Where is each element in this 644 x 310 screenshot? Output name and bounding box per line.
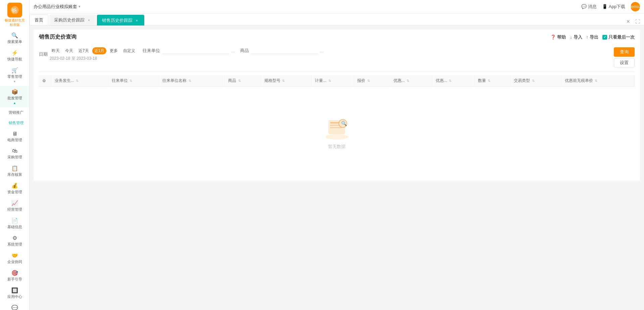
sort-icon: ⇅ (449, 79, 451, 83)
partner-dots-button[interactable]: ... (231, 48, 235, 53)
tab-purchase[interactable]: 采购历史价跟踪 × (49, 14, 96, 25)
col-settings-icon[interactable]: ⚙ (42, 79, 46, 83)
date-buttons: 昨天 今天 近7天 近1月 更多 自定义 (50, 47, 137, 54)
table-header-row: ⚙ 业务发生... ⇅ 往来单位 ⇅ 往来单位名称 (39, 75, 635, 87)
tab-home[interactable]: 首页 (30, 14, 48, 25)
date-btn-1month[interactable]: 近1月 (92, 47, 107, 54)
svg-point-2 (325, 134, 348, 140)
sidebar-item-finance[interactable]: 💰 资金管理 (0, 180, 29, 197)
table-wrapper: ⚙ 业务发生... ⇅ 往来单位 ⇅ 往来单位名称 (39, 75, 635, 176)
sidebar-item-retail[interactable]: 🛒 零售管理 ▼ (0, 64, 29, 86)
col-discount2[interactable]: 优惠... ⇅ (432, 75, 474, 87)
sort-icon: ⇅ (282, 79, 285, 83)
partner-label: 往来单位 (143, 48, 160, 54)
topbar-actions: 💬 消息 📱 App下载 demo2 (581, 2, 640, 11)
sort-icon: ⇅ (76, 79, 78, 83)
app-download-button[interactable]: 📱 App下载 (602, 4, 625, 10)
date-btn-today[interactable]: 今天 (63, 47, 75, 54)
sort-icon: ⇅ (238, 79, 241, 83)
col-settings: ⚙ (39, 75, 51, 87)
date-btn-more[interactable]: 更多 (108, 47, 120, 54)
sort-icon: ⇅ (532, 79, 535, 83)
date-btn-custom[interactable]: 自定义 (121, 47, 137, 54)
sidebar-item-basic[interactable]: 📄 基础信息 (0, 215, 29, 232)
query-button[interactable]: 查询 (614, 47, 635, 57)
col-biz-date[interactable]: 业务发生... ⇅ (51, 75, 108, 87)
col-unit[interactable]: 计量... ⇅ (312, 75, 354, 87)
only-last-checkbox[interactable] (602, 35, 607, 40)
empty-illustration: 🔍 (320, 113, 354, 140)
sidebar-item-wechat[interactable]: 💬 企业微信 (0, 302, 29, 310)
partner-input[interactable] (162, 47, 229, 54)
sort-icon: ⇅ (328, 79, 331, 83)
search-icon: 🔍 (11, 32, 18, 39)
close-window-button[interactable]: ✕ (625, 18, 632, 25)
tab-bar: 首页 采购历史价跟踪 × 销售历史价跟踪 × ✕ ⛶ (30, 13, 644, 25)
wechat-icon: 💬 (11, 305, 18, 310)
filter-actions: 查询 设置 (614, 47, 635, 67)
inventory-icon: 📋 (11, 165, 18, 171)
date-btn-7days[interactable]: 近7天 (76, 47, 91, 54)
sort-icon: ⇅ (407, 79, 409, 83)
window-controls: ✕ ⛶ (622, 18, 644, 25)
col-pretax-price[interactable]: 优惠前无税单价 ⇅ (561, 75, 634, 87)
sidebar-item-purchase[interactable]: 🛍 采购管理 (0, 145, 29, 162)
page-title: 销售历史价查询 (39, 34, 76, 41)
settings-button[interactable]: 设置 (614, 58, 635, 67)
date-filter-group: 日期 昨天 今天 近7天 近1月 更多 自定义 2023-02-18 至 202… (39, 47, 137, 61)
sidebar: 畅 畅捷通好生意 标准版 🔍 搜索菜单 ⚡ 快捷导航 🛒 零售管理 ▼ 📦 批发… (0, 0, 30, 310)
sidebar-item-shortcut[interactable]: ⚡ 快捷导航 (0, 47, 29, 64)
retail-icon: 🛒 (11, 67, 18, 73)
operations-icon: 📈 (11, 200, 18, 206)
sidebar-item-marketing[interactable]: 营销推广 (0, 107, 29, 118)
enterprise-icon: 🤝 (11, 252, 18, 259)
col-partner-name[interactable]: 往来单位名称 ⇅ (159, 75, 225, 87)
sidebar-item-guide[interactable]: 🎯 新手引导 (0, 267, 29, 285)
sidebar-item-ecommerce[interactable]: 🖥 电商管理 (0, 128, 29, 145)
download-icon: 📱 (602, 4, 607, 9)
sidebar-item-wholesale[interactable]: 📦 批发管理 ▲ (0, 86, 29, 107)
system-icon: ⚙ (12, 235, 17, 241)
finance-icon: 💰 (11, 183, 18, 189)
col-discount1[interactable]: 优惠... ⇅ (390, 75, 432, 87)
sidebar-item-search[interactable]: 🔍 搜索菜单 (0, 30, 29, 47)
tab-sales-close[interactable]: × (135, 18, 139, 23)
import-button[interactable]: ↓ 导入 (570, 34, 582, 40)
sort-icon: ⇅ (367, 79, 370, 83)
export-button[interactable]: ↑ 导出 (586, 34, 599, 40)
col-price[interactable]: 报价 ⇅ (354, 75, 390, 87)
purchase-icon: 🛍 (12, 148, 17, 154)
goods-label: 商品 (240, 48, 249, 54)
goods-input[interactable] (251, 47, 318, 54)
tab-sales[interactable]: 销售历史价跟踪 × (97, 15, 144, 25)
col-partner-code[interactable]: 往来单位 ⇅ (108, 75, 159, 87)
tab-purchase-close[interactable]: × (87, 18, 91, 22)
chevron-down-icon: ▼ (13, 80, 16, 83)
topbar-dropdown-icon[interactable]: ▾ (78, 4, 80, 9)
col-spec[interactable]: 规格型号 ⇅ (261, 75, 312, 87)
sidebar-item-inventory[interactable]: 📋 库存核算 (0, 162, 29, 180)
user-avatar[interactable]: demo2 (631, 2, 640, 11)
main-area: 办公用品行业模拟账套 ▾ 💬 消息 📱 App下载 demo2 首页 采购历史价… (30, 0, 644, 310)
sidebar-item-operations[interactable]: 📈 经营管理 (0, 197, 29, 215)
col-qty[interactable]: 数量 ⇅ (474, 75, 510, 87)
export-icon: ↑ (586, 35, 589, 40)
logo[interactable]: 畅 畅捷通好生意 标准版 (0, 0, 29, 30)
message-button[interactable]: 💬 消息 (581, 4, 597, 10)
date-btn-yesterday[interactable]: 昨天 (50, 47, 62, 54)
message-icon: 💬 (581, 4, 587, 9)
goods-dots-button[interactable]: ... (320, 48, 324, 53)
sidebar-item-enterprise[interactable]: 🤝 企业协同 (0, 250, 29, 267)
svg-rect-6 (330, 127, 342, 128)
only-last-checkbox-label[interactable]: 只看最后一次 (602, 34, 635, 40)
sidebar-item-system[interactable]: ⚙ 系统管理 (0, 232, 29, 250)
sidebar-item-sales[interactable]: 销售管理 (0, 118, 29, 128)
data-table: ⚙ 业务发生... ⇅ 往来单位 ⇅ 往来单位名称 (39, 75, 635, 87)
help-button[interactable]: ❓ 帮助 (550, 34, 566, 40)
col-goods[interactable]: 商品 ⇅ (225, 75, 261, 87)
maximize-window-button[interactable]: ⛶ (634, 18, 641, 25)
empty-state: 🔍 暂无数据 (39, 87, 635, 176)
col-trade-type[interactable]: 交易类型 ⇅ (511, 75, 561, 87)
sidebar-item-apps[interactable]: 🔲 应用中心 (0, 285, 29, 302)
date-label: 日期 (39, 51, 48, 57)
